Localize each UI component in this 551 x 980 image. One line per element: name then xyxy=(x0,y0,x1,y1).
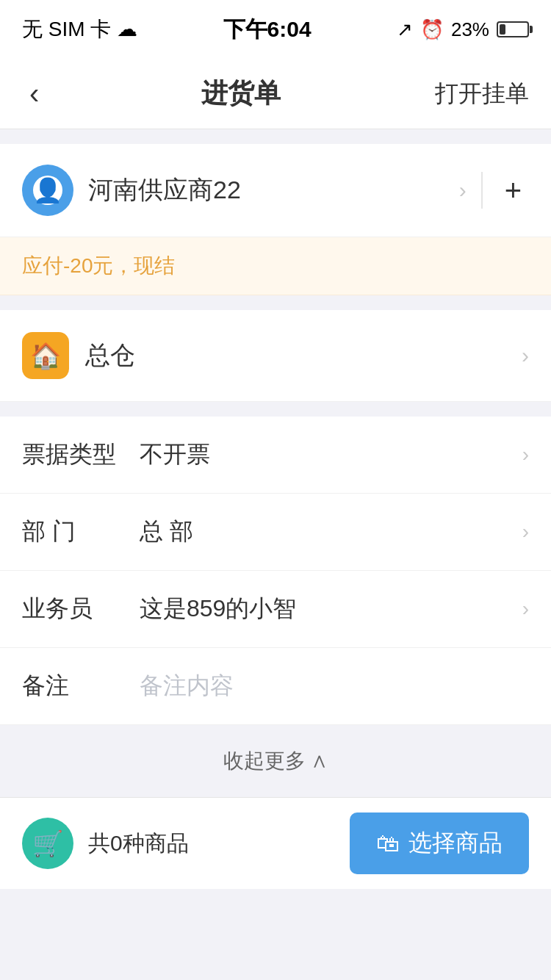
remark-label: 备注 xyxy=(22,670,140,702)
department-label: 部 门 xyxy=(22,516,140,548)
person-icon: 👤 xyxy=(33,176,62,204)
notice-banner: 应付-20元，现结 xyxy=(0,237,551,295)
salesperson-value: 这是859的小智 xyxy=(140,593,515,625)
supplier-chevron-icon: › xyxy=(459,178,467,203)
remark-input[interactable]: 备注内容 xyxy=(140,670,529,702)
avatar-inner: 👤 xyxy=(33,176,62,205)
page-rest xyxy=(0,889,551,980)
department-row[interactable]: 部 门 总 部 › xyxy=(0,494,551,571)
salesperson-chevron-icon: › xyxy=(522,597,529,621)
page-title: 进货单 xyxy=(201,76,281,112)
section-gap-3 xyxy=(0,402,551,417)
warehouse-row[interactable]: 🏠 总仓 › xyxy=(0,310,551,402)
open-pending-button[interactable]: 打开挂单 xyxy=(435,78,529,110)
invoice-type-row[interactable]: 票据类型 不开票 › xyxy=(0,417,551,494)
battery-percent: 23% xyxy=(451,18,489,41)
warehouse-label: 总仓 xyxy=(85,339,522,372)
battery-icon xyxy=(497,21,529,37)
location-icon: ↗ xyxy=(397,18,413,41)
warehouse-chevron-icon: › xyxy=(522,343,529,368)
sim-signal: 无 SIM 卡 ☁ xyxy=(22,15,137,43)
supplier-section: 👤 河南供应商22 › + 应付-20元，现结 xyxy=(0,144,551,295)
alarm-icon: ⏰ xyxy=(420,18,444,41)
add-supplier-button[interactable]: + xyxy=(497,174,529,207)
product-icon-wrap: 🛒 xyxy=(22,818,73,869)
salesperson-row[interactable]: 业务员 这是859的小智 › xyxy=(0,571,551,648)
invoice-type-label: 票据类型 xyxy=(22,439,140,471)
product-count: 共0种商品 xyxy=(88,829,335,859)
form-section: 票据类型 不开票 › 部 门 总 部 › 业务员 这是859的小智 › 备注 备… xyxy=(0,417,551,725)
remark-row[interactable]: 备注 备注内容 xyxy=(0,648,551,725)
invoice-type-chevron-icon: › xyxy=(522,443,529,466)
nav-bar: ‹ 进货单 打开挂单 xyxy=(0,59,551,129)
status-left: 无 SIM 卡 ☁ xyxy=(22,15,137,43)
back-button[interactable]: ‹ xyxy=(22,70,46,118)
supplier-row[interactable]: 👤 河南供应商22 › + xyxy=(0,144,551,237)
bottom-bar: 🛒 共0种商品 🛍 选择商品 xyxy=(0,797,551,889)
warehouse-icon: 🏠 xyxy=(30,341,61,370)
invoice-type-value: 不开票 xyxy=(140,439,515,471)
section-gap-2 xyxy=(0,295,551,310)
department-value: 总 部 xyxy=(140,516,515,548)
department-chevron-icon: › xyxy=(522,520,529,544)
salesperson-label: 业务员 xyxy=(22,593,140,625)
status-right: ↗ ⏰ 23% xyxy=(397,18,529,41)
supplier-name: 河南供应商22 xyxy=(88,173,459,207)
collapse-button[interactable]: 收起更多 ∧ xyxy=(0,725,551,797)
status-bar: 无 SIM 卡 ☁ 下午6:04 ↗ ⏰ 23% xyxy=(0,0,551,59)
section-gap-1 xyxy=(0,129,551,144)
warehouse-section: 🏠 总仓 › xyxy=(0,310,551,402)
warehouse-icon-wrap: 🏠 xyxy=(22,332,69,379)
supplier-right: › + xyxy=(459,172,529,209)
supplier-avatar: 👤 xyxy=(22,165,73,216)
select-product-label: 选择商品 xyxy=(408,827,503,860)
product-icon: 🛒 xyxy=(32,829,63,858)
select-product-icon: 🛍 xyxy=(376,830,400,857)
select-product-button[interactable]: 🛍 选择商品 xyxy=(350,813,529,874)
vertical-divider xyxy=(481,172,483,209)
status-time: 下午6:04 xyxy=(223,15,311,45)
